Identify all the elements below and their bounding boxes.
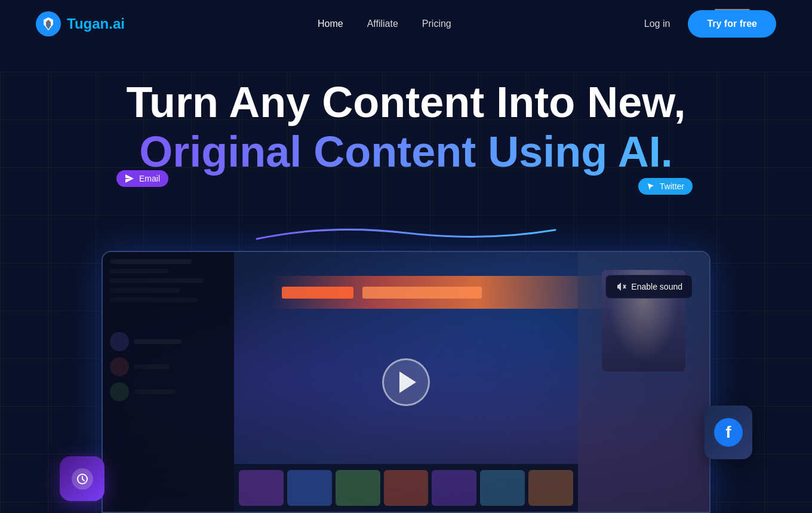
hero-section: Turn Any Content Into New, Original Cont… (0, 48, 812, 177)
send-icon (125, 174, 134, 183)
nav-links: Home Affiliate Pricing (318, 19, 451, 29)
thumb-3 (336, 470, 380, 506)
facebook-icon: f (714, 418, 743, 447)
logo[interactable]: Tugan.ai (36, 11, 125, 36)
app-icon (72, 468, 93, 490)
highlight-block-2 (362, 287, 482, 299)
nav-pricing[interactable]: Pricing (422, 19, 451, 29)
app-card (60, 456, 104, 501)
highlight-block-1 (282, 287, 353, 299)
title-underline-curve (251, 221, 561, 245)
video-highlight (270, 276, 616, 309)
nav-home[interactable]: Home (318, 19, 343, 29)
hero-title-line1: Turn Any Content Into New, (126, 78, 685, 126)
thumb-2 (287, 470, 332, 506)
video-thumb-row (234, 464, 578, 512)
nav-affiliate[interactable]: Affiliate (367, 19, 398, 29)
logo-icon (36, 11, 61, 36)
thumb-4 (384, 470, 429, 506)
mute-icon (616, 281, 626, 292)
thumb-6 (480, 470, 525, 506)
try-for-free-button[interactable]: Try for free (688, 10, 776, 38)
twitter-badge: Twitter (638, 178, 693, 195)
facebook-card: f (705, 406, 752, 459)
navbar: Tugan.ai Home Affiliate Pricing Log in T… (0, 0, 812, 48)
play-button[interactable] (382, 358, 430, 406)
email-badge: Email (116, 170, 168, 187)
hero-title-line2: Original Content Using AI. (139, 128, 672, 176)
app-inner-icon (76, 472, 89, 486)
video-sidebar (103, 252, 234, 512)
enable-sound-button[interactable]: Enable sound (605, 275, 693, 299)
twitter-cursor-icon (647, 182, 655, 191)
hero-title: Turn Any Content Into New, Original Cont… (0, 78, 812, 177)
play-icon (399, 371, 416, 393)
brand-name: Tugan.ai (67, 16, 125, 32)
thumb-7 (528, 470, 573, 506)
thumb-1 (239, 470, 284, 506)
thumb-5 (432, 470, 476, 506)
nav-right: Log in Try for free (644, 10, 776, 38)
login-button[interactable]: Log in (644, 19, 670, 29)
